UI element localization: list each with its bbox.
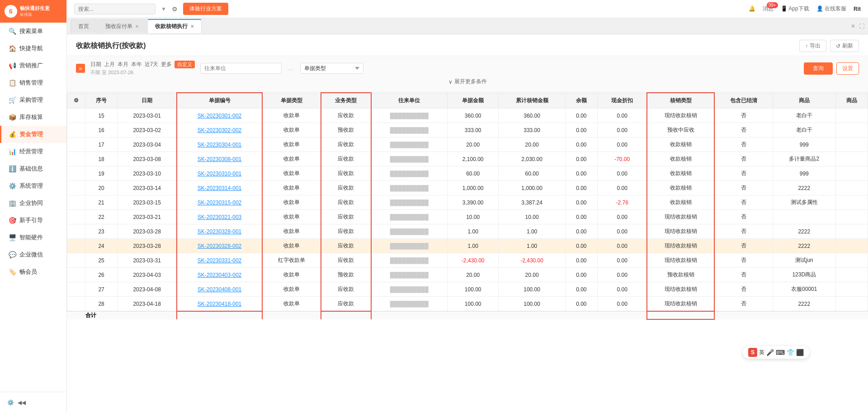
sidebar-collapse-btn[interactable]: ◀◀ <box>18 399 26 406</box>
column-settings-icon[interactable]: ⚙ <box>74 97 79 104</box>
tab-fullscreen-icon[interactable]: ⛶ <box>859 23 864 29</box>
row-date-cell: 2023-03-10 <box>118 166 177 181</box>
voucher-no-link[interactable]: SK-20230331-002 <box>198 257 241 264</box>
sidebar-item-guide[interactable]: 🎯 新手引导 <box>0 212 66 229</box>
row-include-settled-cell: 否 <box>714 109 773 123</box>
table-row: 18 2023-03-08 SK-20230308-001 收款单 应收款 ██… <box>67 152 868 166</box>
row-voucher-type-cell: 收款单 <box>262 210 321 224</box>
row-no-cell <box>67 224 85 239</box>
table-row: 19 2023-03-10 SK-20230310-001 收款单 应收款 ██… <box>67 166 868 181</box>
row-no-cell <box>67 195 85 210</box>
col-no-header: 序号 <box>85 93 118 109</box>
sidebar-item-inventory[interactable]: 📦 库存核算 <box>0 109 66 126</box>
tab-collection[interactable]: 收款核销执行 ✕ <box>147 19 202 33</box>
voucher-no-link[interactable]: SK-20230408-001 <box>198 286 241 293</box>
date-links: 日期 上月 本月 本年 近7天 更多 自定义 <box>90 61 195 68</box>
date-custom-btn[interactable]: 自定义 <box>175 61 195 68</box>
voucher-no-link[interactable]: SK-20230304-001 <box>198 142 241 148</box>
message-badge-container[interactable]: 🔔 99+ 消息 <box>749 5 773 13</box>
tab-prepay-close[interactable]: ✕ <box>135 24 139 29</box>
row-amount-cell: 20.00 <box>447 268 499 282</box>
voucher-no-link[interactable]: SK-20230315-002 <box>198 199 241 206</box>
refresh-button[interactable]: ↺ 刷新 <box>830 40 859 52</box>
wm-icon1: 🎤 <box>766 349 774 356</box>
date-this-year[interactable]: 本年 <box>131 61 142 68</box>
wm-text1: 英 <box>759 349 764 356</box>
tab-collection-close[interactable]: ✕ <box>190 24 194 29</box>
sidebar-item-operations[interactable]: 📊 经营管理 <box>0 143 66 160</box>
row-voucher-type-cell: 收款单 <box>262 166 321 181</box>
row-include-settled-cell: 否 <box>714 253 773 268</box>
tab-close-all-icon[interactable]: ✕ <box>851 23 855 29</box>
voucher-no-link[interactable]: SK-20230403-002 <box>198 272 241 278</box>
service-link[interactable]: 👤 在线客服 <box>816 5 846 13</box>
col-settings-header[interactable]: ⚙ <box>67 93 85 109</box>
filter-expand-btn[interactable]: » <box>76 64 85 73</box>
row-product2-cell <box>835 181 868 195</box>
topbar-dropdown-arrow[interactable]: ▼ <box>161 6 166 12</box>
sidebar-item-base[interactable]: ℹ️ 基础信息 <box>0 160 66 177</box>
voucher-no-link[interactable]: SK-20230328-002 <box>198 243 241 249</box>
voucher-no-link[interactable]: SK-20230302-002 <box>198 127 241 133</box>
voucher-no-link[interactable]: SK-20230301-002 <box>198 113 241 119</box>
filter-more-dots[interactable]: ... <box>287 65 294 71</box>
row-partner-cell: ██████████ <box>371 166 448 181</box>
voucher-no-link[interactable]: SK-20230308-001 <box>198 156 241 162</box>
sidebar-item-hardware[interactable]: 🖥️ 智能硬件 <box>0 229 66 246</box>
voucher-no-link[interactable]: SK-20230314-001 <box>198 185 241 191</box>
table-wrapper[interactable]: ⚙ 序号 日期 单据编号 单据类型 业务类型 往来单位 单据金额 累计核销金额 … <box>67 92 868 413</box>
row-voucher-no-cell: SK-20230328-002 <box>177 239 262 253</box>
date-more[interactable]: 更多 <box>161 61 172 68</box>
sales-icon: 📋 <box>9 79 16 86</box>
date-last-month[interactable]: 上月 <box>104 61 115 68</box>
industry-solution-button[interactable]: 体验行业方案 <box>183 3 228 15</box>
topbar-gear-icon[interactable]: ⚙ <box>172 5 178 13</box>
voucher-no-link[interactable]: SK-20230328-001 <box>198 228 241 235</box>
sidebar-item-shortcut[interactable]: 🏠 快捷导航 <box>0 40 66 57</box>
row-voucher-type-cell: 收款单 <box>262 239 321 253</box>
app-download-link[interactable]: 📱 App下载 <box>781 5 809 13</box>
date-this-month[interactable]: 本月 <box>118 61 128 68</box>
row-writeoff-type-cell: 现结收款核销 <box>647 282 714 297</box>
tab-prepay[interactable]: 预收应付单 ✕ <box>98 19 146 33</box>
filter-settings-button[interactable]: 设置 <box>836 62 859 75</box>
voucher-no-link[interactable]: SK-20230310-001 <box>198 171 241 177</box>
row-product2-cell <box>835 138 868 152</box>
system-icon: ⚙️ <box>9 182 16 190</box>
voucher-no-link[interactable]: SK-20230321-003 <box>198 214 241 220</box>
row-product-cell: 999 <box>773 166 835 181</box>
total-amount-cell <box>447 311 499 319</box>
row-no-cell <box>67 282 85 297</box>
date-7days[interactable]: 近7天 <box>145 61 159 68</box>
sidebar-item-purchase[interactable]: 🛒 采购管理 <box>0 91 66 109</box>
table-row: 28 2023-04-18 SK-20230418-001 收款单 应收款 ██… <box>67 297 868 312</box>
row-voucher-no-cell: SK-20230321-003 <box>177 210 262 224</box>
query-button[interactable]: 查询 <box>804 62 833 75</box>
export-button[interactable]: ↑ 导出 <box>799 40 826 52</box>
sidebar-item-corp[interactable]: 🏢 企业协同 <box>0 195 66 212</box>
topbar-search-input[interactable] <box>74 4 156 14</box>
tab-home[interactable]: 首页 <box>71 19 97 33</box>
row-voucher-no-cell: SK-20230418-001 <box>177 297 262 312</box>
row-writeoff-type-cell: 现结收款核销 <box>647 297 714 312</box>
voucher-no-link[interactable]: SK-20230418-001 <box>198 301 241 307</box>
expand-arrow-icon[interactable]: » <box>76 64 85 73</box>
date-range-text: 不限 至 2023-07-26 <box>90 69 195 76</box>
sidebar-item-finance[interactable]: 💰 资金管理 <box>0 126 66 143</box>
user-name[interactable]: Rit <box>854 6 861 12</box>
row-no-cell <box>67 210 85 224</box>
sidebar-item-marketing[interactable]: 📢 营销推广 <box>0 57 66 74</box>
sidebar-item-label: 企业微信 <box>19 251 43 259</box>
voucher-type-select[interactable]: 单据类型 <box>300 63 363 74</box>
sidebar-settings-btn[interactable]: ⚙️ ◀◀ <box>0 396 66 409</box>
sidebar-item-wechat[interactable]: 💬 企业微信 <box>0 246 66 263</box>
sidebar-item-sales[interactable]: 📋 销售管理 <box>0 74 66 91</box>
expand-more-button[interactable]: ∨ 展开更多条件 <box>448 78 487 85</box>
sidebar-item-member[interactable]: 🏷️ 畅会员 <box>0 263 66 280</box>
sidebar-item-search[interactable]: 🔍 搜索菜单 <box>0 23 66 40</box>
partner-input[interactable] <box>200 63 282 74</box>
row-balance-cell: 0.00 <box>565 166 597 181</box>
row-biz-type-cell: 应收款 <box>321 253 371 268</box>
sidebar-item-system[interactable]: ⚙️ 系统管理 <box>0 177 66 195</box>
row-biz-type-cell: 应收款 <box>321 210 371 224</box>
